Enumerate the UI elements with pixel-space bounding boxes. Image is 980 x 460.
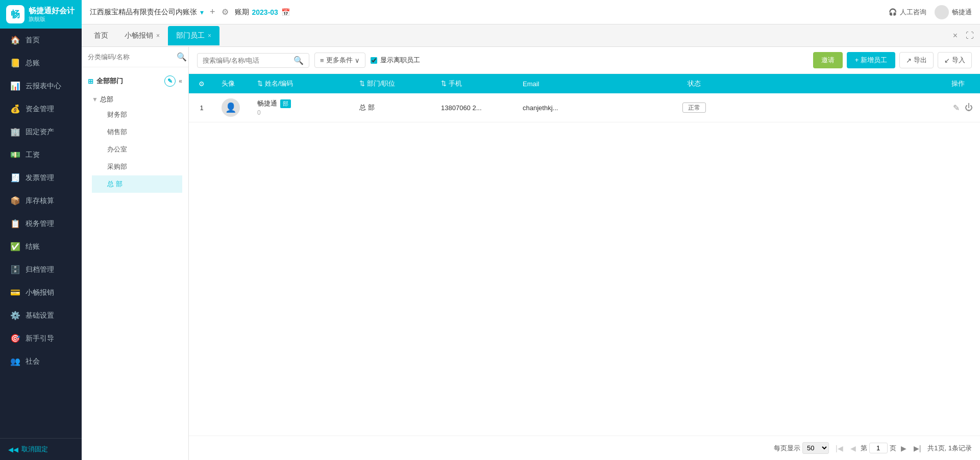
period-selector[interactable]: 账期 2023-03 📅 (235, 8, 290, 17)
employee-search-icon[interactable]: 🔍 (293, 56, 304, 65)
dept-collapse-button[interactable]: « (179, 78, 182, 85)
sidebar-item-ledger[interactable]: 📒 总账 (0, 52, 82, 74)
first-page-button[interactable]: |◀ (833, 443, 846, 453)
export-button[interactable]: ↗ 导出 (899, 52, 934, 68)
row-no: 1 (189, 93, 214, 122)
all-departments[interactable]: ⊞ 全部部门 ✎ « (82, 71, 188, 91)
logout-button[interactable]: ⏻ (965, 103, 973, 113)
sidebar-item-home[interactable]: 🏠 首页 (0, 29, 82, 52)
col-settings[interactable]: ⚙ (189, 74, 214, 93)
filter-label: 更多条件 (326, 56, 353, 65)
row-actions: ✎ ⏻ (771, 93, 980, 122)
tab-home[interactable]: 首页 (86, 26, 116, 45)
row-avatar: 👤 (214, 93, 250, 122)
sidebar: 畅 畅捷通好会计 旗舰版 🏠 首页 📒 总账 📊 云报表中心 💰 资金管理 🏢 … (0, 0, 82, 460)
tax-icon: 📋 (10, 219, 20, 228)
show-resigned-checkbox[interactable]: 显示离职员工 (371, 56, 420, 65)
dept-panel: 🔍 ⊞ 全部部门 ✎ « ▼ 总部 财务部 销售部 办公室 采购 (82, 47, 189, 460)
filter-button[interactable]: ≡ 更多条件 ∨ (314, 53, 365, 68)
dept-search-bar: 🔍 (82, 47, 188, 67)
sidebar-item-asset[interactable]: 🏢 固定资产 (0, 120, 82, 143)
employee-toolbar: 🔍 ≡ 更多条件 ∨ 显示离职员工 邀请 + 新增员工 ↗ 导出 (189, 47, 980, 74)
per-page-select[interactable]: 50 100 200 (802, 442, 829, 454)
tab-dept-staff-label: 部门员工 (176, 31, 205, 40)
sidebar-item-report[interactable]: 📊 云报表中心 (0, 74, 82, 97)
sidebar-item-settings[interactable]: ⚙️ 基础设置 (0, 304, 82, 327)
col-dept[interactable]: ⇅ 部门/职位 (352, 74, 434, 93)
sidebar-item-guide[interactable]: 🎯 新手引导 (0, 327, 82, 350)
per-page-label: 每页显示 (774, 444, 800, 453)
inventory-icon: 📦 (10, 196, 20, 206)
prev-page-button[interactable]: ◀ (848, 443, 859, 453)
col-email: Email (516, 74, 618, 93)
dept-node-sales[interactable]: 销售部 (92, 123, 182, 141)
period-value: 2023-03 (252, 8, 278, 16)
sidebar-item-close[interactable]: ✅ 结账 (0, 235, 82, 258)
tab-expense-close[interactable]: × (156, 32, 160, 39)
dept-node-office[interactable]: 办公室 (92, 141, 182, 158)
sidebar-item-label: 云报表中心 (26, 82, 61, 91)
pagination: 每页显示 50 100 200 |◀ ◀ 第 页 ▶ ▶| 共1页, 1 (189, 436, 980, 460)
show-resigned-label: 显示离职员工 (380, 56, 420, 65)
page-input[interactable] (869, 443, 888, 453)
sidebar-item-invoice[interactable]: 🧾 发票管理 (0, 166, 82, 189)
sidebar-nav: 🏠 首页 📒 总账 📊 云报表中心 💰 资金管理 🏢 固定资产 💵 工资 🧾 发… (0, 29, 82, 438)
dept-node-finance[interactable]: 财务部 (92, 106, 182, 123)
tab-dept-staff-close[interactable]: × (208, 32, 211, 39)
filter-icon: ≡ (320, 57, 324, 64)
dept-parent-total[interactable]: ▼ 总部 (92, 93, 182, 106)
edit-button[interactable]: ✎ (953, 103, 960, 113)
dept-edit-button[interactable]: ✎ (164, 75, 176, 87)
col-action: 操作 (771, 74, 980, 93)
asset-icon: 🏢 (10, 127, 20, 137)
grid-icon: ⊞ (88, 78, 93, 85)
tab-maximize-button[interactable]: ⛶ (964, 29, 976, 42)
sidebar-item-archive[interactable]: 🗄️ 归档管理 (0, 258, 82, 281)
tab-dept-staff[interactable]: 部门员工 × (168, 26, 219, 45)
tab-close-all-button[interactable]: × (951, 29, 960, 42)
sidebar-item-expense[interactable]: 💳 小畅报销 (0, 281, 82, 304)
content-area: 🔍 ⊞ 全部部门 ✎ « ▼ 总部 财务部 销售部 办公室 采购 (82, 47, 980, 460)
sidebar-item-tax[interactable]: 📋 税务管理 (0, 212, 82, 235)
sidebar-item-label: 库存核算 (26, 196, 54, 206)
topbar-add-button[interactable]: + (210, 7, 215, 17)
dept-search-icon[interactable]: 🔍 (177, 52, 187, 62)
next-page-button[interactable]: ▶ (898, 443, 909, 453)
sidebar-item-fund[interactable]: 💰 资金管理 (0, 97, 82, 120)
person-icon: 👤 (225, 102, 236, 113)
topbar-settings-icon[interactable]: ⚙ (222, 7, 229, 17)
show-resigned-input[interactable] (371, 57, 377, 64)
invite-button[interactable]: 邀请 (813, 52, 843, 68)
company-selector[interactable]: 江西服宝精品有限责任公司内账张 ▾ (90, 8, 204, 17)
dept-node-general[interactable]: 总 部 (92, 175, 182, 193)
sidebar-item-social[interactable]: 👥 社会 (0, 350, 82, 373)
page-suffix: 页 (890, 444, 896, 453)
user-info[interactable]: 畅捷通 (935, 5, 972, 19)
calendar-icon: 📅 (281, 8, 290, 16)
sidebar-item-inventory[interactable]: 📦 库存核算 (0, 189, 82, 212)
status-badge: 正常 (682, 103, 706, 113)
col-name[interactable]: ⇅ 姓名/编码 (250, 74, 352, 93)
import-icon: ↙ (944, 57, 950, 64)
tab-expense-label: 小畅报销 (125, 31, 153, 40)
row-email: chanjethkj... (516, 93, 618, 122)
dept-node-purchase[interactable]: 采购部 (92, 158, 182, 175)
guide-icon: 🎯 (10, 334, 20, 343)
row-status: 正常 (618, 93, 771, 122)
employee-search-input[interactable] (203, 57, 290, 64)
last-page-button[interactable]: ▶| (911, 443, 924, 453)
consult-button[interactable]: 🎧 人工咨询 (889, 8, 926, 17)
sidebar-item-label: 结账 (26, 242, 40, 251)
tab-expense[interactable]: 小畅报销 × (116, 26, 168, 45)
cancel-fix-button[interactable]: ◀◀ 取消固定 (0, 438, 82, 460)
all-departments-label: 全部部门 (96, 76, 123, 86)
employee-table: ⚙ 头像 ⇅ 姓名/编码 ⇅ 部门/职位 (189, 74, 980, 122)
name-badge: 畅捷通 部 (257, 99, 291, 108)
employee-name: 畅捷通 (257, 99, 277, 108)
sidebar-item-salary[interactable]: 💵 工资 (0, 143, 82, 166)
add-employee-button[interactable]: + 新增员工 (847, 52, 895, 68)
dept-search-input[interactable] (88, 53, 174, 61)
col-phone[interactable]: ⇅ 手机 (434, 74, 516, 93)
import-button[interactable]: ↙ 导入 (938, 52, 972, 68)
logo-text-block: 畅捷通好会计 旗舰版 (29, 6, 75, 23)
